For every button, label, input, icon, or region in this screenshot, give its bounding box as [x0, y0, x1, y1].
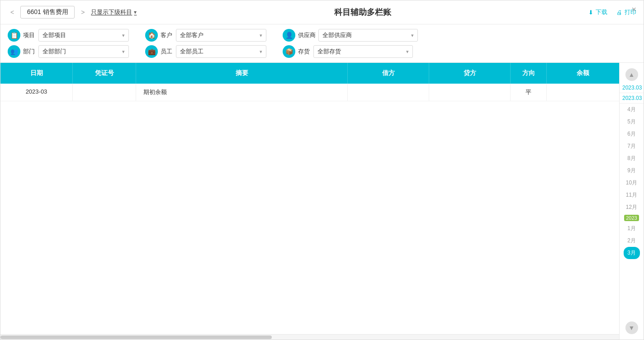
- filter-supplier: 👤 供应商 全部供应商 ▾: [283, 29, 418, 42]
- toolbar-right: ⬇ 下载 🖨 打印: [588, 8, 636, 16]
- col-credit: 贷方: [429, 63, 511, 84]
- customer-icon: 🏠: [145, 29, 158, 42]
- inventory-label: 存货: [298, 47, 311, 56]
- filter-project: 📋 项目 全部项目 ▾: [8, 29, 129, 42]
- close-btn[interactable]: ×: [631, 5, 636, 14]
- month-1[interactable]: 1月: [620, 222, 644, 235]
- project-chevron-icon: ▾: [122, 33, 125, 38]
- right-sidebar: ▲ 2023.03 2023.03 4月 5月 6月 7月 8月 9月 10月 …: [619, 63, 644, 340]
- sidebar-down-arrow[interactable]: ▼: [625, 321, 638, 334]
- employee-select[interactable]: 全部员工 ▾: [176, 45, 266, 58]
- cell-balance: [547, 84, 619, 101]
- filter-department: 👥 部门 全部部门 ▾: [8, 45, 129, 58]
- filter-inventory: 📦 存货 全部存货 ▾: [283, 45, 413, 58]
- inventory-chevron-icon: ▾: [406, 49, 409, 55]
- filter-row-1: 📋 项目 全部项目 ▾ 🏠 客户 全部客户 ▾ 👤 供应商: [8, 29, 636, 42]
- supplier-icon: 👤: [283, 29, 295, 42]
- sidebar-up-arrow[interactable]: ▲: [625, 68, 638, 81]
- filter-customer: 🏠 客户 全部客户 ▾: [145, 29, 266, 42]
- col-summary: 摘要: [136, 63, 348, 84]
- account-code: 6601 销售费用: [20, 6, 75, 19]
- employee-icon: 💼: [145, 45, 158, 58]
- inventory-value: 全部存货: [317, 47, 341, 56]
- table-area: 日期 凭证号 摘要 借方 贷方 方向 余额 2023-03 期初余额 平: [0, 63, 619, 340]
- table-header: 日期 凭证号 摘要 借方 贷方 方向 余额: [0, 63, 619, 84]
- project-label: 项目: [23, 31, 36, 39]
- col-balance: 余额: [547, 63, 619, 84]
- next-account-btn[interactable]: >: [78, 8, 87, 17]
- supplier-label: 供应商: [298, 31, 316, 39]
- supplier-select[interactable]: 全部供应商 ▾: [318, 29, 418, 42]
- employee-value: 全部员工: [180, 47, 204, 56]
- download-btn[interactable]: ⬇ 下载: [588, 8, 607, 16]
- department-select[interactable]: 全部部门 ▾: [38, 45, 129, 58]
- month-2[interactable]: 2月: [620, 235, 644, 247]
- prev-account-btn[interactable]: <: [8, 8, 17, 17]
- col-direction: 方向: [511, 63, 547, 84]
- filter-row-2: 👥 部门 全部部门 ▾ 💼 员工 全部员工 ▾ 📦 存货: [8, 45, 636, 58]
- cell-voucher: [73, 84, 136, 101]
- main-content: 日期 凭证号 摘要 借方 贷方 方向 余额 2023-03 期初余额 平: [0, 63, 644, 340]
- show-sub-toggle[interactable]: 只显示下级科目 ▾: [91, 8, 137, 16]
- cell-summary: 期初余额: [136, 84, 348, 101]
- top-bar: < 6601 销售费用 > 只显示下级科目 ▾ 科目辅助多栏账 ⬇ 下载 🖨 打…: [0, 0, 644, 24]
- month-12[interactable]: 12月: [620, 201, 644, 213]
- col-debit: 借方: [348, 63, 429, 84]
- filter-employee: 💼 员工 全部员工 ▾: [145, 45, 266, 58]
- month-8[interactable]: 8月: [620, 152, 644, 165]
- period-item-2[interactable]: 2023.03: [620, 93, 644, 104]
- download-icon: ⬇: [588, 9, 593, 16]
- supplier-value: 全部供应商: [322, 31, 352, 39]
- print-icon: 🖨: [616, 9, 622, 16]
- project-select[interactable]: 全部项目 ▾: [38, 29, 129, 42]
- scrollbar-thumb[interactable]: [0, 335, 272, 339]
- project-value: 全部项目: [43, 31, 66, 39]
- employee-label: 员工: [161, 47, 173, 56]
- department-chevron-icon: ▾: [122, 49, 125, 55]
- inventory-select[interactable]: 全部存货 ▾: [313, 45, 413, 58]
- project-icon: 📋: [8, 29, 20, 42]
- page-title: 科目辅助多栏账: [140, 7, 585, 18]
- table-row: 2023-03 期初余额 平: [0, 84, 619, 101]
- department-label: 部门: [23, 47, 36, 56]
- cell-direction: 平: [511, 84, 547, 101]
- cell-credit: [429, 84, 511, 101]
- cell-debit: [348, 84, 429, 101]
- col-date: 日期: [0, 63, 73, 84]
- inventory-icon: 📦: [283, 45, 295, 58]
- month-11[interactable]: 11月: [620, 189, 644, 201]
- horizontal-scrollbar[interactable]: [0, 334, 619, 340]
- month-5[interactable]: 5月: [620, 116, 644, 128]
- cell-date: 2023-03: [0, 84, 73, 101]
- filter-bar: 📋 项目 全部项目 ▾ 🏠 客户 全部客户 ▾ 👤 供应商: [0, 24, 644, 63]
- main-window: < 6601 销售费用 > 只显示下级科目 ▾ 科目辅助多栏账 ⬇ 下载 🖨 打…: [0, 0, 644, 340]
- period-item-1[interactable]: 2023.03: [620, 83, 644, 93]
- month-3-active[interactable]: 3月: [624, 247, 640, 259]
- department-icon: 👥: [8, 45, 20, 58]
- month-10[interactable]: 10月: [620, 177, 644, 189]
- supplier-chevron-icon: ▾: [411, 33, 414, 38]
- department-value: 全部部门: [43, 47, 66, 56]
- table-body: 2023-03 期初余额 平: [0, 84, 619, 334]
- chevron-down-icon: ▾: [134, 9, 137, 15]
- month-9[interactable]: 9月: [620, 165, 644, 177]
- customer-label: 客户: [161, 31, 173, 39]
- customer-chevron-icon: ▾: [260, 33, 262, 38]
- month-6[interactable]: 6月: [620, 128, 644, 140]
- year-badge[interactable]: 2023: [624, 215, 639, 221]
- month-7[interactable]: 7月: [620, 140, 644, 152]
- customer-select[interactable]: 全部客户 ▾: [176, 29, 266, 42]
- show-sub-label: 只显示下级科目: [91, 8, 132, 16]
- download-label: 下载: [596, 8, 607, 16]
- col-voucher: 凭证号: [73, 63, 136, 84]
- employee-chevron-icon: ▾: [260, 49, 262, 55]
- customer-value: 全部客户: [180, 31, 204, 39]
- month-4[interactable]: 4月: [620, 104, 644, 116]
